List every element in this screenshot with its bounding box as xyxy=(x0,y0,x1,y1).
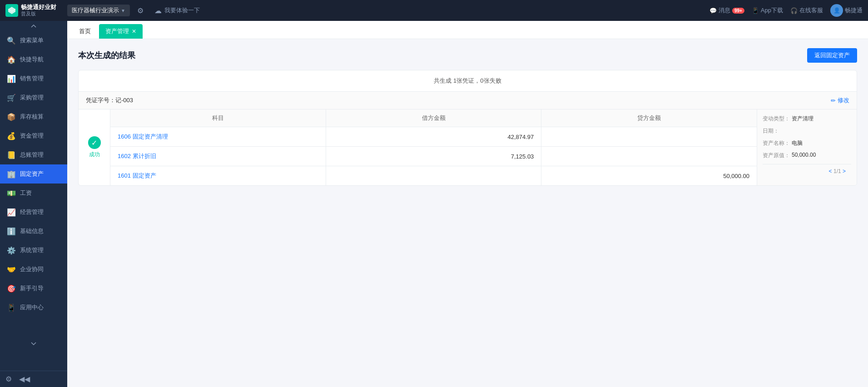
sidebar-item-label: 应用中心 xyxy=(20,303,44,312)
sidebar-item-basic-info[interactable]: ℹ️ 基础信息 xyxy=(0,222,67,241)
cloud-icon: ☁ xyxy=(154,6,162,15)
next-page-button[interactable]: > xyxy=(843,168,846,174)
sidebar-item-finance[interactable]: 💰 资金管理 xyxy=(0,126,67,145)
date-label: 日期： xyxy=(763,127,779,135)
sidebar-item-system[interactable]: ⚙️ 系统管理 xyxy=(0,241,67,260)
col-debit: 借方金额 xyxy=(326,109,542,127)
original-value-value: 50,000.00 xyxy=(792,152,816,158)
app-download-button[interactable]: 📱 App下载 xyxy=(752,6,783,15)
sidebar-item-guide[interactable]: 🎯 新手引导 xyxy=(0,279,67,298)
prev-page-button[interactable]: < xyxy=(829,168,832,174)
sidebar-item-label: 新手引导 xyxy=(20,284,44,293)
result-panel: 共生成 1张凭证，0张失败 凭证字号：记-003 ✏ 修改 xyxy=(78,70,857,186)
sidebar: 🔍 搜索菜单 🏠 快捷导航 📊 销售管理 🛒 采购管理 📦 库存核算 💰 资金管… xyxy=(0,21,67,387)
sidebar-item-label: 资金管理 xyxy=(20,132,44,140)
logo-icon xyxy=(7,6,16,15)
workspace-name: 医疗器械行业演示 xyxy=(72,6,119,15)
sidebar-item-search[interactable]: 🔍 搜索菜单 xyxy=(0,31,67,50)
app-logo: 畅捷通好业财 普及版 xyxy=(5,4,56,18)
account-cell[interactable]: 1602 累计折旧 xyxy=(110,147,326,166)
app-name: 畅捷通好业财 xyxy=(21,4,56,11)
voucher-number: 凭证字号：记-003 xyxy=(86,96,133,104)
sidebar-item-fixed-assets[interactable]: 🏢 固定资产 xyxy=(0,164,67,184)
sidebar-item-purchase[interactable]: 🛒 采购管理 xyxy=(0,88,67,107)
tab-asset-mgmt[interactable]: 资产管理 ✕ xyxy=(99,24,143,39)
voucher-main-table: 科目 借方金额 贷方金额 1606 固定资产清理 42,874.97 xyxy=(110,109,757,185)
sidebar-item-label: 快捷导航 xyxy=(20,55,44,64)
sidebar-item-ledger[interactable]: 📒 总账管理 xyxy=(0,145,67,164)
edit-label: 修改 xyxy=(838,96,849,104)
messages-button[interactable]: 💬 消息 99+ xyxy=(709,6,744,15)
chevron-down-icon: ▼ xyxy=(121,8,125,13)
message-icon: 💬 xyxy=(709,7,717,14)
sidebar-item-quick-nav[interactable]: 🏠 快捷导航 xyxy=(0,50,67,69)
app-name-block: 畅捷通好业财 普及版 xyxy=(21,4,56,18)
settings-bottom-button[interactable]: ⚙ xyxy=(5,375,12,383)
trial-label: 我要体验一下 xyxy=(164,6,200,15)
table-row: 1602 累计折旧 7,125.03 xyxy=(110,147,757,166)
collapse-button[interactable]: ◀◀ xyxy=(19,375,30,383)
sidebar-scroll-down[interactable] xyxy=(0,339,67,349)
account-cell[interactable]: 1601 固定资产 xyxy=(110,166,326,185)
user-menu[interactable]: 👤 畅捷通 xyxy=(830,4,863,17)
sidebar-item-cooperation[interactable]: 🤝 企业协同 xyxy=(0,260,67,279)
table-row: 1601 固定资产 50,000.00 xyxy=(110,166,757,185)
sidebar-item-inventory[interactable]: 📦 库存核算 xyxy=(0,107,67,126)
sidebar-scroll-up[interactable] xyxy=(0,21,67,31)
settings-icon: ⚙️ xyxy=(7,246,15,254)
success-icon: ✓ xyxy=(88,136,101,149)
date-row: 日期： xyxy=(763,127,851,135)
app-version: 普及版 xyxy=(21,10,56,17)
tab-close-button[interactable]: ✕ xyxy=(132,28,136,35)
target-icon: 🎯 xyxy=(7,284,15,293)
page-content: 本次生成的结果 返回固定资产 共生成 1张凭证，0张失败 凭证字号：记-003 … xyxy=(67,39,868,387)
money-icon: 💰 xyxy=(7,132,15,140)
sidebar-item-payroll[interactable]: 💵 工资 xyxy=(0,184,67,203)
status-column: ✓ 成功 xyxy=(79,109,110,185)
sidebar-item-label: 总账管理 xyxy=(20,151,44,159)
home-icon: 🏠 xyxy=(7,55,15,64)
account-cell[interactable]: 1606 固定资产清理 xyxy=(110,127,326,146)
edit-button[interactable]: ✏ 修改 xyxy=(831,96,849,104)
credit-cell xyxy=(541,147,757,166)
voucher-block: 凭证字号：记-003 ✏ 修改 ✓ 成功 xyxy=(79,92,857,185)
tab-home[interactable]: 首页 xyxy=(73,24,97,39)
pagination: < 1/1 > xyxy=(763,164,851,178)
col-account: 科目 xyxy=(110,109,326,127)
sidebar-item-label: 销售管理 xyxy=(20,74,44,83)
building-icon: 🏢 xyxy=(7,170,15,178)
workspace-settings-button[interactable]: ⚙ xyxy=(134,4,147,17)
sidebar-item-sales[interactable]: 📊 销售管理 xyxy=(0,69,67,88)
apps-icon: 📱 xyxy=(7,303,15,312)
success-label: 成功 xyxy=(89,151,100,159)
avatar: 👤 xyxy=(830,4,843,17)
user-name: 畅捷通 xyxy=(845,6,863,15)
tab-bar: 首页 资产管理 ✕ xyxy=(67,21,868,39)
page-title: 本次生成的结果 xyxy=(78,50,135,61)
asset-name-value: 电脑 xyxy=(792,139,803,147)
sidebar-item-operations[interactable]: 📈 经营管理 xyxy=(0,203,67,222)
debit-cell: 7,125.03 xyxy=(326,147,542,166)
ledger-icon: 📒 xyxy=(7,151,15,159)
info-icon: ℹ️ xyxy=(7,227,15,235)
top-bar-left: 畅捷通好业财 普及版 医疗器械行业演示 ▼ ⚙ ☁ 我要体验一下 xyxy=(5,4,200,18)
online-service-button[interactable]: 🎧 在线客服 xyxy=(790,6,823,15)
asset-name-label: 资产名称： xyxy=(763,139,790,147)
box-icon: 📦 xyxy=(7,113,15,121)
payroll-icon: 💵 xyxy=(7,189,15,197)
search-icon: 🔍 xyxy=(7,36,15,45)
original-value-label: 资产原值： xyxy=(763,152,790,159)
sidebar-item-app-center[interactable]: 📱 应用中心 xyxy=(0,298,67,317)
sidebar-item-label: 采购管理 xyxy=(20,94,44,102)
return-fixed-assets-button[interactable]: 返回固定资产 xyxy=(807,48,857,63)
asset-mgmt-tab-label: 资产管理 xyxy=(105,27,129,35)
edit-icon: ✏ xyxy=(831,97,836,104)
content-area: 首页 资产管理 ✕ 本次生成的结果 返回固定资产 共生成 1张凭证，0张失败 xyxy=(67,21,868,387)
workspace-selector[interactable]: 医疗器械行业演示 ▼ xyxy=(67,5,130,16)
cart-icon: 🛒 xyxy=(7,94,15,102)
sidebar-item-label: 企业协同 xyxy=(20,265,44,273)
sidebar-item-label: 固定资产 xyxy=(20,170,44,178)
trial-button[interactable]: ☁ 我要体验一下 xyxy=(154,6,200,15)
download-icon: 📱 xyxy=(752,7,759,14)
change-type-value: 资产清理 xyxy=(792,115,813,123)
